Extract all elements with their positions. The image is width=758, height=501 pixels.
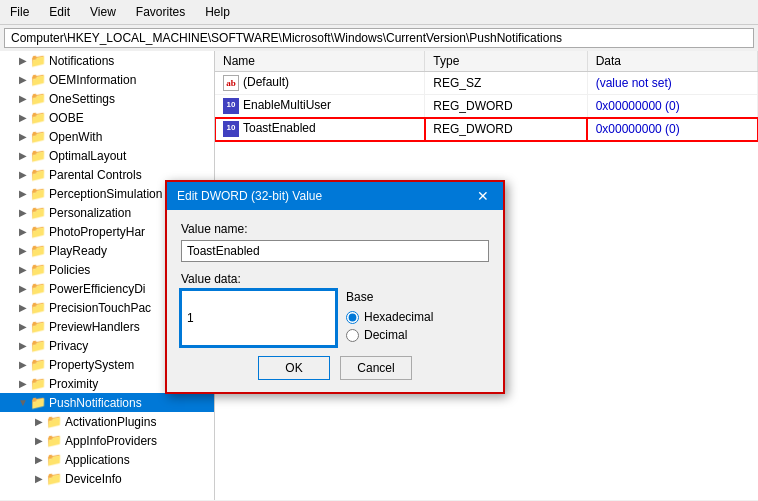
dialog-close-button[interactable]: ✕ [473, 188, 493, 204]
value-name-label: Value name: [181, 222, 489, 236]
hexadecimal-radio[interactable] [346, 311, 359, 324]
value-data-input[interactable] [181, 290, 336, 346]
hexadecimal-radio-label[interactable]: Hexadecimal [346, 310, 489, 324]
dialog-body: Value name: Value data: Base Hexadecimal… [167, 210, 503, 392]
decimal-label: Decimal [364, 328, 407, 342]
value-data-label: Value data: [181, 272, 489, 286]
cancel-button[interactable]: Cancel [340, 356, 412, 380]
dialog-overlay: Edit DWORD (32-bit) Value ✕ Value name: … [0, 0, 758, 501]
hexadecimal-label: Hexadecimal [364, 310, 433, 324]
base-section: Base Hexadecimal Decimal [346, 290, 489, 346]
ok-button[interactable]: OK [258, 356, 330, 380]
base-label: Base [346, 290, 489, 304]
dialog-buttons: OK Cancel [181, 356, 489, 380]
edit-dword-dialog: Edit DWORD (32-bit) Value ✕ Value name: … [165, 180, 505, 394]
decimal-radio-label[interactable]: Decimal [346, 328, 489, 342]
dialog-titlebar: Edit DWORD (32-bit) Value ✕ [167, 182, 503, 210]
decimal-radio[interactable] [346, 329, 359, 342]
dialog-title: Edit DWORD (32-bit) Value [177, 189, 322, 203]
data-base-row: Base Hexadecimal Decimal [181, 290, 489, 346]
value-name-input[interactable] [181, 240, 489, 262]
